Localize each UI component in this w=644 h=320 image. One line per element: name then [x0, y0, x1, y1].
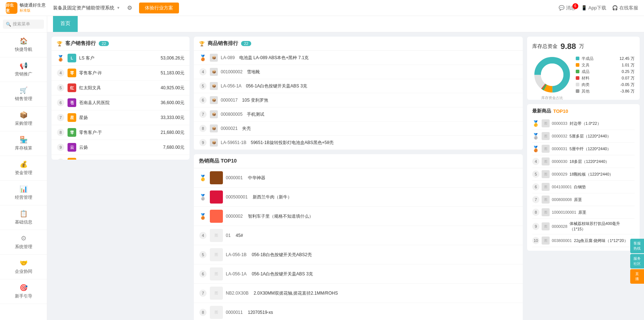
new-product-item[interactable]: 6 图 004100001 白钢垫 [532, 181, 635, 193]
new-product-item[interactable]: 9 图 0000028 体械荔枝味苏打饮品400毫升（1*15） [532, 219, 635, 234]
hot-product-item[interactable]: 🥉 0000002 智利车子里（规格不知道填什么） [194, 207, 523, 226]
sidebar-item-collab[interactable]: 🤝 企业协同 [0, 255, 47, 279]
inventory-title: 库存总资金 [532, 43, 558, 50]
customer-rank-item[interactable]: 6 苍 苍南县人民医院 36,600.00元 [52, 95, 189, 110]
message-button[interactable]: 💬 消息 6 [559, 5, 575, 11]
tab-home[interactable]: 首页 [53, 16, 78, 32]
new-product-name: 体械荔枝味苏打饮品400毫升（1*15） [570, 221, 635, 232]
new-product-code: 0000030 [552, 159, 567, 164]
search-menu[interactable]: 🔍 搜索菜单 [0, 16, 47, 33]
hot-product-item[interactable]: 5 图 LA-056-1B 056-1B白色按键开关壳ABS2壳 [194, 245, 523, 264]
new-product-item[interactable]: 🥈 图 0000032 5厘多层（1220*2440） [532, 130, 635, 143]
legend-dot [576, 83, 579, 86]
sidebar-item-marketing[interactable]: 📢 营销推广 [0, 57, 47, 82]
new-product-thumb: 图 [542, 196, 550, 204]
donut-label: 库存资金占比 [541, 95, 563, 100]
customer-rank-badge: 22 [99, 41, 109, 46]
new-product-thumb: 图 [542, 119, 550, 127]
store-icon: 🏪 [20, 136, 28, 144]
sidebar-item-system[interactable]: ⚙ 系统管理 [0, 230, 47, 255]
sidebar-label-sales: 销售管理 [15, 96, 32, 102]
sidebar-item-purchase[interactable]: 📦 采购管理 [0, 107, 47, 131]
sidebar-item-operation[interactable]: 📊 经营管理 [0, 181, 47, 205]
product-thumb: 📦 [210, 96, 218, 104]
legend-name: 材料 [582, 75, 620, 81]
top-product-item[interactable]: 9 📦 LA-59651-1B 59651-1B旋转投影灯电池盒ABS黑色+58… [194, 136, 523, 150]
legend-value: -0.05 万 [620, 82, 635, 87]
chart-icon: 📊 [20, 185, 28, 193]
trial-button[interactable]: 体验行业方案 [139, 3, 179, 13]
new-product-item[interactable]: 7 图 000800008 原垩 [532, 193, 635, 206]
customer-rank-item[interactable]: 7 星 星扬 33,333.00元 [52, 110, 189, 125]
logo-text: 畅捷通好生意 [20, 3, 46, 8]
new-product-thumb: 图 [542, 145, 550, 153]
legend-item: 其他 -3.86 万 [576, 89, 635, 94]
new-product-name: 18多层（1220*2440） [570, 159, 609, 164]
new-product-item[interactable]: 🥉 图 0000031 5厘中纤（1220*2440） [532, 143, 635, 155]
top-product-item[interactable]: 7 📦 000800005 手机测试 [194, 107, 523, 122]
hot-products-title: 热销商品 TOP10 [199, 158, 237, 164]
top-product-item[interactable]: 🥉 📦 LA-089 电池盖 LA-089 ABS本色+黑种 7.1克 [194, 51, 523, 65]
sidebar-item-basic[interactable]: 📋 基础信息 [0, 205, 47, 230]
top-products-badge: 22 [241, 41, 251, 46]
system-selector[interactable]: 装备及固定资产辅助管理系统 ▼ [53, 5, 120, 11]
service-community-button[interactable]: 服务社区 [630, 254, 644, 268]
hot-product-item[interactable]: 6 图 LA-056-1A 056-1A白色按键开关盖ABS 3克 [194, 264, 523, 284]
new-product-item[interactable]: 5 图 0000029 18颗粒板（1220*2440） [532, 168, 635, 181]
top-product-item[interactable]: 8 📦 0000021 夹壳 [194, 122, 523, 136]
new-product-name: 18颗粒板（1220*2440） [570, 172, 613, 177]
cs-label: 在线客服 [619, 5, 638, 11]
settings-button[interactable]: ⚙ [125, 3, 135, 13]
search-icon: 🔍 [6, 22, 11, 27]
customer-rank-item[interactable]: 5 红 红太阳文具 40,925.00元 [52, 81, 189, 95]
hot-product-item[interactable]: 7 图 NB2.0X30B 2.0X30MM双搓花轴,搓花直径2.1MM/ROH… [194, 284, 523, 303]
right-panel: 库存总资金 9.88 万 [527, 37, 640, 320]
hot-product-item[interactable]: 🥈 000500001 新西兰牛肉（新牛） [194, 188, 523, 207]
float-customer-service: 客服热线 服务社区 直播 [630, 239, 644, 284]
customer-rank-item[interactable]: 8 零 零售客户·于 21,680.00元 [52, 125, 189, 140]
app-download-button[interactable]: 📱 App下载 [581, 5, 606, 11]
online-cs-button[interactable]: 🎧 在线客服 [612, 5, 638, 11]
sidebar-label-purchase: 采购管理 [15, 120, 32, 127]
new-product-name: 原垩 [574, 197, 582, 202]
sidebar-item-nav[interactable]: 🏠 快捷导航 [0, 33, 47, 57]
product-thumb: 📦 [210, 124, 218, 132]
live-button[interactable]: 直播 [630, 269, 644, 284]
donut-chart: 库存资金占比 [532, 55, 572, 95]
top-product-item[interactable]: 5 📦 LA-056-1A 056-1A白色按键开关盖ABS 3克 [194, 79, 523, 93]
page-body: 🏆 客户销售排行 22 🥉 L LS 客户 53,006.26元 4 零 零售客… [47, 32, 644, 320]
sidebar-item-guide[interactable]: 🎯 新手引导 [0, 279, 47, 304]
new-product-item[interactable]: 10 图 003800001 22g鱼豆腐·烧烤味（1*12*20） [532, 234, 635, 247]
legend-value: 1.01 万 [622, 62, 635, 68]
sidebar-item-finance[interactable]: 💰 资金管理 [0, 156, 47, 181]
new-product-item[interactable]: 4 图 0000030 18多层（1220*2440） [532, 155, 635, 168]
legend-value: 0.07 万 [622, 75, 635, 81]
new-product-item[interactable]: 🥇 图 0000033 封边带（1.0*22） [532, 117, 635, 130]
new-product-code: 004100001 [552, 185, 572, 189]
legend-name: 文具 [582, 62, 620, 68]
sidebar-item-sales[interactable]: 🛒 销售管理 [0, 82, 47, 107]
hot-product-item[interactable]: 8 图 0000011 12070519-xs [194, 303, 523, 320]
hot-product-item[interactable]: 🥇 0000001 中华神器 [194, 168, 523, 188]
top-products-title: 商品销售排行 [208, 40, 238, 47]
money-icon: 💰 [20, 160, 28, 168]
sidebar-item-inventory[interactable]: 🏪 库存核算 [0, 131, 47, 156]
new-product-code: 10000100001 [552, 210, 576, 214]
new-product-item[interactable]: 8 图 10000100001 原垩 [532, 206, 635, 219]
legend-item: 文具 1.01 万 [576, 62, 635, 68]
customer-rank-item[interactable]: 10 肖 肖总 7,563.00元 [52, 155, 189, 160]
cs-hotline-button[interactable]: 客服热线 [630, 239, 644, 253]
top-product-item[interactable]: 6 📦 0000017 10S 变刹罗煞 [194, 93, 523, 107]
legend-dot [576, 57, 579, 60]
hot-product-item[interactable]: 4 图 01 45# [194, 226, 523, 245]
customer-rank-item[interactable]: 4 零 零售客户·许 51,183.00元 [52, 66, 189, 81]
sidebar-label-system: 系统管理 [15, 244, 32, 250]
trophy-icon: 🏆 [57, 41, 62, 46]
legend-value: 12.45 万 [619, 56, 635, 61]
customer-rank-list: 🥉 L LS 客户 53,006.26元 4 零 零售客户·许 51,183.0… [52, 51, 189, 160]
customer-rank-item[interactable]: 🥉 L LS 客户 53,006.26元 [52, 51, 189, 66]
main-content: 首页 🏆 客户销售排行 22 🥉 L LS 客户 53,006.26元 4 [47, 16, 644, 320]
home-icon: 🏠 [20, 37, 28, 45]
customer-rank-item[interactable]: 9 云 云扬 7,680.00元 [52, 140, 189, 155]
top-product-item[interactable]: 4 📦 001000002 雪地靴 [194, 65, 523, 79]
